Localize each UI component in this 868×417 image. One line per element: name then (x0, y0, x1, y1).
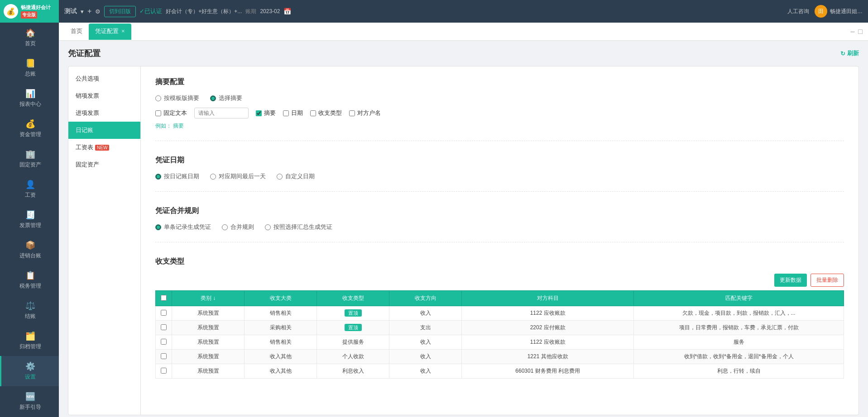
date-checkbox[interactable]: 日期 (283, 109, 303, 117)
config-sidebar-item-fixed-assets[interactable]: 固定资产 (68, 156, 140, 173)
tax-icon: 📋 (25, 270, 35, 280)
radio-template-summary[interactable]: 按模板版摘要 (155, 94, 199, 102)
summary-checkbox-row: 固定文本 摘要 日期 (155, 108, 844, 118)
summary-radio-group: 按模板版摘要 选择摘要 (155, 94, 844, 102)
config-sidebar-item-journal[interactable]: 日记账 (68, 122, 140, 139)
topbar: 测试 ▾ + ⚙ 切到旧版 ✓已认证 好会计（专）+好生意（标）+... 账期 … (59, 0, 868, 23)
config-main: 摘要配置 按模板版摘要 选择摘要 (141, 66, 858, 415)
counterpart-checkbox[interactable]: 对方户名 (349, 109, 381, 117)
radio-single-record[interactable]: 单条记录生成凭证 (155, 223, 211, 231)
radio-merge-rule[interactable]: 合并规则 (222, 223, 254, 231)
tab-home[interactable]: 首页 (64, 24, 89, 40)
sidebar-item-salary[interactable]: 👤工资 (0, 174, 59, 204)
user-name: 畅捷通田姐… (830, 8, 863, 15)
merge-radio-group: 单条记录生成凭证 合并规则 按照选择汇总生成凭证 (155, 223, 844, 231)
archive-icon: 🗂️ (25, 331, 35, 341)
summary-checkbox[interactable]: 摘要 (256, 109, 276, 117)
row-checkbox[interactable] (161, 310, 167, 316)
user-menu[interactable]: 田 畅捷通田姐… (815, 5, 863, 18)
income-table: 类别 ↓收支大类收支类型收支方向对方科目匹配关键字 系统预置销售相关置顶收入11… (155, 290, 844, 379)
income-title: 收支类型 (155, 257, 844, 266)
batch-delete-btn[interactable]: 批量删除 (810, 274, 844, 287)
topbar-add-btn[interactable]: + (87, 7, 91, 15)
config-sidebar: 公共选项销项发票进项发票日记账工资表 NEW固定资产 (68, 66, 141, 415)
voucher-date-section: 凭证日期 按日记账日期 对应期间最后一天 (155, 156, 844, 192)
row-checkbox[interactable] (161, 353, 167, 359)
tab-minimize-btn[interactable]: – (850, 28, 854, 36)
sidebar-item-settle[interactable]: ⚖️结账 (0, 295, 59, 326)
config-sidebar-item-sales-invoice[interactable]: 销项发票 (68, 87, 140, 104)
sidebar-item-purchase[interactable]: 📦进销台账 (0, 235, 59, 265)
sidebar-item-funds[interactable]: 💰资金管理 (0, 114, 59, 144)
sidebar-item-archive[interactable]: 🗂️归档管理 (0, 326, 59, 356)
calendar-icon[interactable]: 📅 (283, 8, 291, 15)
logo-text: 畅捷通好会计 专业版 (21, 4, 51, 19)
logo-icon: 💰 (4, 4, 18, 19)
settings-icon: ⚙️ (25, 361, 35, 371)
table-row: 系统预置收入其他个人收款收入1221 其他应收款收到*借款，收到*备用金，退回*… (156, 350, 844, 364)
radio-period-last[interactable]: 对应期间最后一天 (210, 172, 266, 180)
sidebar-item-reports[interactable]: 📊报表中心 (0, 83, 59, 114)
radio-custom-date[interactable]: 自定义日期 (277, 172, 315, 180)
radio-select-summary[interactable]: 选择摘要 (210, 94, 242, 102)
sidebar: 💰 畅捷通好会计 专业版 🏠首页📒总账📊报表中心💰资金管理🏢固定资产👤工资🧾发票… (0, 0, 59, 417)
sidebar-item-home[interactable]: 🏠首页 (0, 23, 59, 53)
home-icon: 🏠 (25, 28, 35, 38)
table-row: 系统预置销售相关置顶收入1122 应收账款欠款，现金，项目款，到款，报销款，汇入… (156, 306, 844, 321)
settle-icon: ⚖️ (25, 301, 35, 311)
assets-icon: 🏢 (25, 149, 35, 159)
reset-tag[interactable]: 置顶 (345, 324, 362, 331)
page-title-row: 凭证配置 ↻ 刷新 (68, 48, 859, 59)
sidebar-item-guide[interactable]: 🆕新手引导 (0, 386, 59, 417)
topbar-dropdown[interactable]: ▾ (81, 8, 84, 15)
fixed-text-input[interactable] (194, 108, 249, 118)
select-all-checkbox[interactable] (161, 295, 167, 301)
config-sidebar-item-purchase-invoice[interactable]: 进项发票 (68, 104, 140, 122)
sidebar-item-settings[interactable]: ⚙️设置 (0, 356, 59, 386)
tab-close-btn[interactable]: × (121, 28, 125, 34)
update-data-btn[interactable]: 更新数据 (774, 274, 807, 287)
voucher-date-radio-group: 按日记账日期 对应期间最后一天 自定义日期 (155, 172, 844, 180)
content-area: 首页 凭证配置 × – □ 凭证配置 ↻ 刷新 公共选项销项发票进项发票日记账工… (59, 23, 868, 417)
merge-section: 凭证合并规则 单条记录生成凭证 合并规则 (155, 206, 844, 242)
period-value: 2023-02 (260, 8, 280, 14)
funds-icon: 💰 (25, 119, 35, 129)
main-area: 测试 ▾ + ⚙ 切到旧版 ✓已认证 好会计（专）+好生意（标）+... 账期 … (59, 0, 868, 417)
sidebar-logo: 💰 畅捷通好会计 专业版 (0, 0, 59, 23)
new-badge: NEW (95, 145, 109, 151)
fixed-text-checkbox[interactable]: 固定文本 (155, 109, 187, 117)
period-label: 账期 (245, 8, 256, 15)
refresh-btn[interactable]: ↻ 刷新 (840, 49, 859, 57)
ledger-icon: 📒 (25, 58, 35, 68)
account-tags: 好会计（专）+好生意（标）+... (166, 8, 242, 15)
example-text: 例如： 摘要 (155, 122, 844, 130)
sidebar-item-ledger[interactable]: 📒总账 (0, 53, 59, 83)
sidebar-item-invoice-mgmt[interactable]: 🧾发票管理 (0, 204, 59, 235)
page-title-text: 凭证配置 (68, 48, 101, 59)
topbar-settings-icon[interactable]: ⚙ (95, 8, 101, 15)
tab-bar: 首页 凭证配置 × – □ (59, 23, 868, 41)
radio-summary-gen[interactable]: 按照选择汇总生成凭证 (265, 223, 332, 231)
config-sidebar-item-public[interactable]: 公共选项 (68, 70, 140, 87)
income-type-checkbox[interactable]: 收支类型 (310, 109, 342, 117)
summary-title: 摘要配置 (155, 77, 844, 87)
sidebar-nav: 🏠首页📒总账📊报表中心💰资金管理🏢固定资产👤工资🧾发票管理📦进销台账📋税务管理⚖… (0, 23, 59, 417)
row-checkbox[interactable] (161, 339, 167, 345)
switch-to-old-btn[interactable]: 切到旧版 (104, 6, 136, 17)
config-sidebar-item-payroll[interactable]: 工资表 NEW (68, 139, 140, 156)
merge-title: 凭证合并规则 (155, 206, 844, 216)
radio-journal-date[interactable]: 按日记账日期 (155, 172, 199, 180)
help-btn[interactable]: 人工咨询 (787, 8, 809, 15)
voucher-date-title: 凭证日期 (155, 156, 844, 165)
table-actions: 更新数据 批量删除 (155, 274, 844, 287)
purchase-icon: 📦 (25, 240, 35, 250)
config-layout: 公共选项销项发票进项发票日记账工资表 NEW固定资产 摘要配置 按模板版摘要 (68, 66, 859, 415)
sidebar-item-assets[interactable]: 🏢固定资产 (0, 144, 59, 174)
row-checkbox[interactable] (161, 324, 167, 330)
summary-section: 摘要配置 按模板版摘要 选择摘要 (155, 77, 844, 141)
tab-maximize-btn[interactable]: □ (858, 28, 863, 36)
sidebar-item-tax[interactable]: 📋税务管理 (0, 265, 59, 295)
reset-tag[interactable]: 置顶 (345, 309, 362, 317)
row-checkbox[interactable] (161, 368, 167, 374)
tab-voucher-config[interactable]: 凭证配置 × (89, 24, 131, 40)
